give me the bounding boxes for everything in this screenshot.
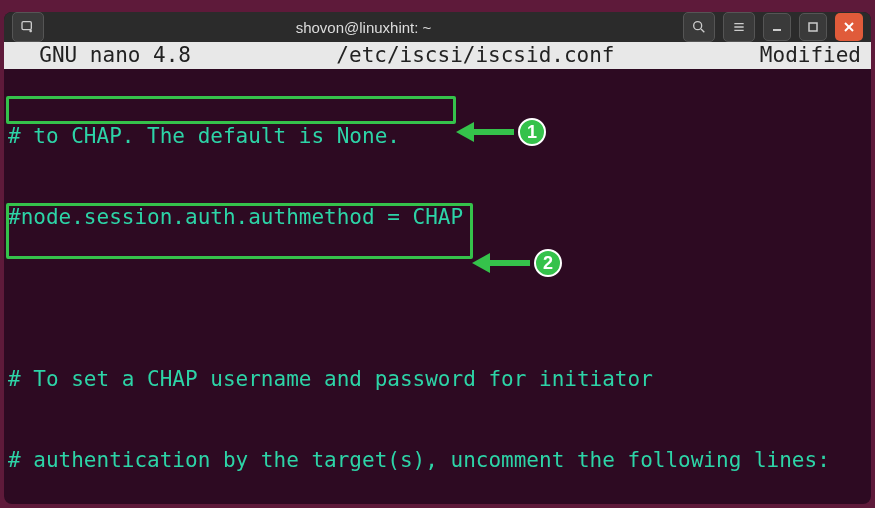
search-button[interactable] (683, 12, 715, 42)
terminal-window: shovon@linuxhint: ~ GNU nano 4.8 /etc/is… (4, 12, 871, 504)
editor-line: # authentication by the target(s), uncom… (8, 447, 867, 474)
svg-rect-7 (809, 23, 817, 31)
hamburger-icon (731, 19, 747, 35)
minimize-icon (771, 21, 783, 33)
editor-line (8, 285, 867, 312)
menu-button[interactable] (723, 12, 755, 42)
editor-line: # To set a CHAP username and password fo… (8, 366, 867, 393)
minimize-button[interactable] (763, 13, 791, 41)
nano-app-name: GNU nano 4.8 (14, 42, 191, 69)
svg-point-1 (694, 22, 702, 30)
nano-filename: /etc/iscsi/iscsid.conf (191, 42, 760, 69)
window-title: shovon@linuxhint: ~ (52, 19, 675, 36)
nano-statusbar: GNU nano 4.8 /etc/iscsi/iscsid.conf Modi… (4, 42, 871, 69)
terminal-plus-icon (20, 19, 36, 35)
close-icon (843, 21, 855, 33)
titlebar: shovon@linuxhint: ~ (4, 12, 871, 42)
maximize-button[interactable] (799, 13, 827, 41)
svg-rect-0 (22, 22, 31, 30)
editor-line: #node.session.auth.authmethod = CHAP (8, 204, 867, 231)
search-icon (691, 19, 707, 35)
maximize-icon (807, 21, 819, 33)
nano-modified-state: Modified (760, 42, 861, 69)
editor-area[interactable]: # to CHAP. The default is None. #node.se… (4, 69, 871, 504)
editor-line: # to CHAP. The default is None. (8, 123, 867, 150)
svg-line-2 (701, 29, 704, 32)
close-button[interactable] (835, 13, 863, 41)
new-tab-button[interactable] (12, 12, 44, 42)
highlight-box-1 (6, 96, 456, 124)
